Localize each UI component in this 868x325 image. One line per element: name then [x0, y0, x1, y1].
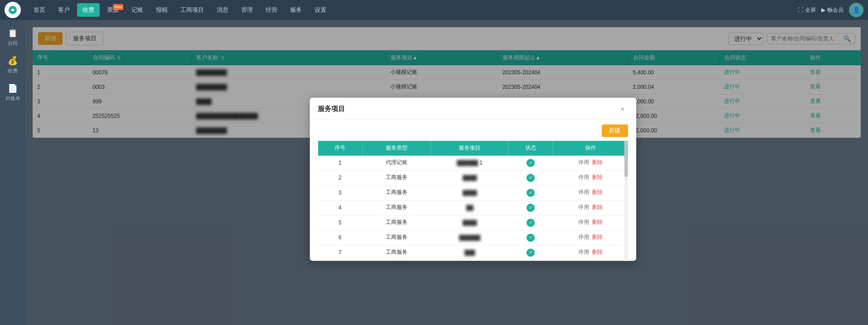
stop-btn-4[interactable]: 停用 [578, 204, 589, 211]
new-badge: new [113, 4, 123, 10]
avatar[interactable]: 👤 [849, 3, 863, 17]
status-check-5: ✓ [527, 218, 535, 227]
status-check-1: ✓ [527, 159, 535, 167]
member-button[interactable]: ▶ 畅会员 [821, 6, 844, 14]
scol-action: 操作 [553, 141, 628, 155]
delete-btn-1[interactable]: 删除 [592, 159, 603, 166]
service-table-body: 1 代理记账 ██████ 1 ✓ 停用 删除 [318, 155, 628, 261]
service-row: 7 工商服务 ███ ✓ 停用 删除 [318, 245, 628, 260]
sidebar-item-contract[interactable]: 📋 合同 [2, 24, 24, 50]
sidebar-item-reconciliation[interactable]: 📄 对账单 [2, 80, 24, 106]
service-row: 5 工商服务 ████ ✓ 停用 删除 [318, 215, 628, 230]
delete-btn-6[interactable]: 删除 [592, 233, 603, 241]
fee-icon: 💰 [8, 56, 18, 66]
status-check-2: ✓ [527, 174, 535, 182]
scol-type: 服务类型 [362, 141, 431, 155]
service-items-modal: 服务项目 × 新建 序号 服务类型 服务项目 状态 [310, 97, 636, 261]
service-row: 3 工商服务 ████ ✓ 停用 删除 [318, 185, 628, 200]
scol-status: 状态 [509, 141, 553, 155]
play-icon: ▶ [821, 7, 825, 13]
status-check-4: ✓ [527, 204, 535, 212]
delete-btn-2[interactable]: 删除 [592, 174, 603, 181]
nav-settings[interactable]: 设置 [309, 3, 332, 17]
sidebar-item-contract-label: 合同 [8, 40, 18, 47]
fullscreen-button[interactable]: ⛶ 全屏 [798, 6, 816, 14]
status-check-7: ✓ [527, 248, 535, 257]
sidebar-item-fee[interactable]: 💰 收费 [2, 52, 24, 78]
scrollbar-thumb[interactable] [624, 141, 628, 177]
fullscreen-icon: ⛶ [798, 7, 803, 13]
scrollbar-track [624, 141, 628, 261]
sidebar: 📋 合同 💰 收费 📄 对账单 [0, 20, 25, 325]
nav-customer[interactable]: 客户 [53, 3, 75, 17]
new-service-button[interactable]: 新建 [601, 124, 628, 137]
main-content: 新增 服务项目 进行中 已完成 已暂停 🔍 [25, 20, 868, 325]
modal-title: 服务项目 [318, 105, 345, 113]
sidebar-item-fee-label: 收费 [8, 68, 18, 74]
nav-fee[interactable]: 收费 [77, 3, 100, 17]
contract-icon: 📋 [8, 28, 18, 38]
scol-seq: 序号 [318, 141, 362, 155]
scol-item: 服务项目 [431, 141, 509, 155]
modal-body: 新建 序号 服务类型 服务项目 状态 操作 [310, 120, 636, 261]
main-layout: 📋 合同 💰 收费 📄 对账单 新增 服务项目 进行中 已完成 已暂停 [0, 20, 868, 325]
service-row: 2 工商服务 ████ ✓ 停用 删除 [318, 170, 628, 185]
service-table: 序号 服务类型 服务项目 状态 操作 1 代理记账 ██████ [318, 141, 628, 261]
nav-manage[interactable]: 管理 [236, 3, 258, 17]
stop-btn-7[interactable]: 停用 [578, 248, 589, 256]
modal-header: 服务项目 × [310, 97, 636, 120]
nav-home[interactable]: 首页 [28, 3, 51, 17]
nav-service[interactable]: 服务 [285, 3, 307, 17]
delete-btn-5[interactable]: 删除 [592, 218, 603, 226]
service-row: 1 代理记账 ██████ 1 ✓ 停用 删除 [318, 155, 628, 170]
delete-btn-4[interactable]: 删除 [592, 204, 603, 211]
modal-close-button[interactable]: × [617, 104, 628, 115]
stop-btn-3[interactable]: 停用 [578, 189, 589, 196]
service-table-header: 序号 服务类型 服务项目 状态 操作 [318, 141, 628, 155]
reconciliation-icon: 📄 [8, 83, 18, 93]
status-check-6: ✓ [527, 233, 535, 242]
nav-items: 首页 客户 收费 票据 new 记账 报税 工商项目 消息 管理 经营 服务 设… [28, 3, 798, 17]
delete-btn-3[interactable]: 删除 [592, 189, 603, 196]
delete-btn-7[interactable]: 删除 [592, 248, 603, 256]
status-check-3: ✓ [527, 189, 535, 197]
nav-operation[interactable]: 经营 [260, 3, 283, 17]
stop-btn-2[interactable]: 停用 [578, 174, 589, 181]
service-row: 4 工商服务 ██ ✓ 停用 删除 [318, 200, 628, 215]
nav-bookkeeping[interactable]: 记账 [126, 3, 149, 17]
service-row: 6 工商服务 ██████ ✓ 停用 删除 [318, 230, 628, 245]
nav-invoice[interactable]: 票据 new [102, 3, 124, 17]
nav-business[interactable]: 工商项目 [175, 3, 209, 17]
stop-btn-5[interactable]: 停用 [578, 218, 589, 226]
service-row: 8 工商服务 ██ 注册 ✓ 停用 删除 [318, 260, 628, 261]
top-navigation: 首页 客户 收费 票据 new 记账 报税 工商项目 消息 管理 经营 服务 设… [0, 0, 868, 20]
nav-tax[interactable]: 报税 [150, 3, 173, 17]
nav-right: ⛶ 全屏 ▶ 畅会员 👤 [798, 3, 863, 17]
modal-toolbar: 新建 [318, 124, 628, 137]
sidebar-item-reconciliation-label: 对账单 [5, 95, 20, 102]
nav-message[interactable]: 消息 [211, 3, 234, 17]
stop-btn-6[interactable]: 停用 [578, 233, 589, 241]
stop-btn-1[interactable]: 停用 [578, 159, 589, 166]
app-logo[interactable] [5, 2, 21, 18]
